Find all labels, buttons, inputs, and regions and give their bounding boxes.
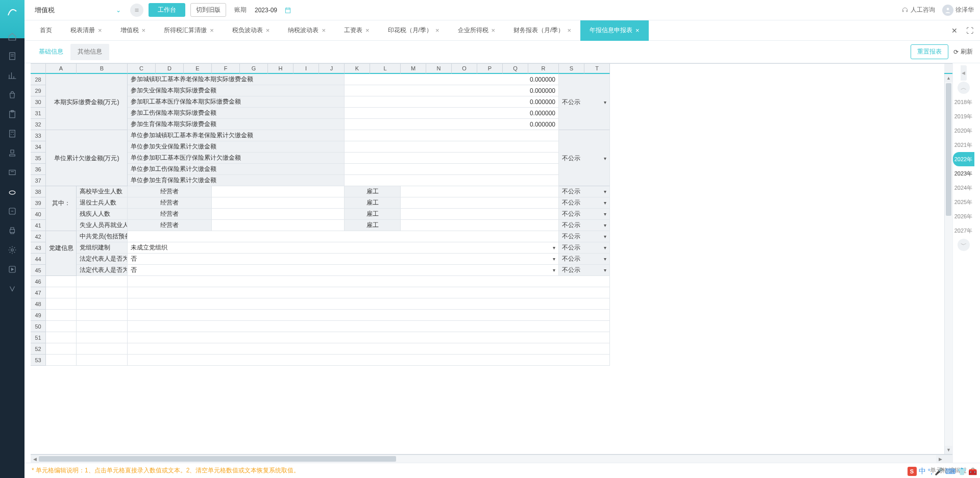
value-cell[interactable] — [128, 231, 559, 242]
nav-print-icon[interactable] — [0, 221, 24, 240]
year-2018年[interactable]: 2018年 — [953, 95, 974, 109]
nav-gear-icon[interactable] — [0, 241, 24, 259]
tab-纳税波动表[interactable]: 纳税波动表× — [279, 20, 335, 41]
tab-expand-button[interactable]: ⛶ — [964, 24, 976, 37]
col-header-L[interactable]: L — [370, 64, 401, 74]
vertical-scrollbar[interactable]: ▲ ▼ — [944, 74, 952, 454]
value-cell[interactable] — [212, 186, 345, 197]
nav-bag-icon[interactable] — [0, 86, 24, 104]
value-cell[interactable] — [401, 197, 559, 209]
publish-cell[interactable]: 不公示 — [559, 220, 610, 231]
cell[interactable] — [46, 298, 77, 310]
value-cell[interactable] — [212, 220, 345, 231]
publish-cell[interactable]: 不公示 — [559, 153, 610, 164]
publish-cell[interactable]: 不公示 — [559, 265, 610, 276]
row-header-49[interactable]: 49 — [31, 310, 46, 321]
col-header-S[interactable]: S — [559, 64, 584, 74]
value-cell[interactable] — [345, 175, 559, 186]
cell[interactable] — [77, 321, 128, 332]
col-header-J[interactable]: J — [319, 64, 345, 74]
row-header-52[interactable]: 52 — [31, 343, 46, 355]
cell[interactable] — [77, 298, 128, 310]
row-header-28[interactable]: 28 — [31, 74, 46, 85]
value-cell[interactable]: 0.000000 — [345, 108, 559, 119]
publish-cell[interactable] — [559, 108, 610, 119]
select-cell[interactable]: 未成立党组织 — [128, 242, 559, 254]
switch-old-button[interactable]: 切到旧版 — [190, 3, 226, 17]
nav-bill-icon[interactable] — [0, 163, 24, 182]
cell[interactable] — [128, 321, 610, 332]
publish-cell[interactable] — [559, 74, 610, 85]
tab-close-icon[interactable]: × — [567, 27, 571, 34]
year-2022年[interactable]: 2022年 — [953, 152, 974, 166]
year-down-button[interactable]: ﹀ — [958, 239, 970, 251]
nav-doc-icon[interactable] — [0, 47, 24, 65]
tab-印花税（月/季）[interactable]: 印花税（月/季）× — [379, 20, 449, 41]
cell[interactable] — [46, 343, 77, 355]
value-cell[interactable] — [345, 153, 559, 164]
tab-工资表[interactable]: 工资表× — [335, 20, 379, 41]
year-2027年[interactable]: 2027年 — [953, 223, 974, 238]
col-header-C[interactable]: C — [128, 64, 156, 74]
publish-cell[interactable] — [559, 119, 610, 130]
year-collapse-handle[interactable]: ◀ — [961, 65, 967, 81]
value-cell[interactable] — [401, 186, 559, 197]
col-header-B[interactable]: B — [77, 64, 128, 74]
nav-stamp-icon[interactable] — [0, 144, 24, 162]
publish-cell[interactable]: 不公示 — [559, 231, 610, 242]
tab-年报信息申报表[interactable]: 年报信息申报表× — [580, 20, 649, 41]
year-2024年[interactable]: 2024年 — [953, 181, 974, 195]
publish-cell[interactable] — [559, 130, 610, 141]
col-header-Q[interactable]: Q — [503, 64, 528, 74]
row-header-48[interactable]: 48 — [31, 298, 46, 310]
row-header-40[interactable]: 40 — [31, 209, 46, 220]
calendar-icon[interactable] — [284, 7, 291, 14]
publish-cell[interactable]: 不公示 — [559, 96, 610, 108]
select-cell[interactable]: 否 — [128, 265, 559, 276]
value-cell[interactable] — [345, 164, 559, 175]
ime-keyboard-icon[interactable]: ⌨ — [945, 467, 955, 475]
col-header-O[interactable]: O — [452, 64, 477, 74]
nav-play-icon[interactable] — [0, 260, 24, 279]
value-cell[interactable] — [401, 209, 559, 220]
col-header-H[interactable]: H — [268, 64, 293, 74]
ime-cn-icon[interactable]: 中 — [919, 467, 926, 476]
select-all-corner[interactable] — [31, 64, 46, 74]
row-header-51[interactable]: 51 — [31, 332, 46, 343]
col-header-N[interactable]: N — [426, 64, 452, 74]
row-header-37[interactable]: 37 — [31, 175, 46, 186]
cell[interactable] — [77, 276, 128, 287]
tab-close-icon[interactable]: × — [635, 27, 640, 34]
row-header-32[interactable]: 32 — [31, 119, 46, 130]
subtab-other[interactable]: 其他信息 — [70, 44, 109, 60]
nav-chart-icon[interactable] — [0, 66, 24, 85]
row-header-36[interactable]: 36 — [31, 164, 46, 175]
cell[interactable] — [128, 355, 610, 366]
col-header-I[interactable]: I — [293, 64, 319, 74]
row-header-31[interactable]: 31 — [31, 108, 46, 119]
value-cell[interactable]: 0.000000 — [345, 119, 559, 130]
tab-close-icon[interactable]: × — [492, 27, 496, 34]
cell[interactable] — [128, 310, 610, 321]
value-cell[interactable]: 0.000000 — [345, 74, 559, 85]
value-cell[interactable]: 0.000000 — [345, 85, 559, 96]
tab-close-icon[interactable]: × — [266, 27, 270, 34]
col-header-F[interactable]: F — [212, 64, 240, 74]
tab-所得税汇算清缴[interactable]: 所得税汇算清缴× — [155, 20, 223, 41]
cell[interactable] — [128, 332, 610, 343]
publish-cell[interactable]: 不公示 — [559, 254, 610, 265]
tab-close-icon[interactable]: × — [142, 27, 146, 34]
nav-active-icon[interactable] — [0, 183, 24, 201]
year-up-button[interactable]: ︿ — [958, 82, 970, 94]
row-header-42[interactable]: 42 — [31, 231, 46, 242]
tab-close-all-button[interactable]: ✕ — [948, 24, 961, 37]
cell[interactable] — [77, 355, 128, 366]
tab-税负波动表[interactable]: 税负波动表× — [223, 20, 279, 41]
col-header-K[interactable]: K — [345, 64, 370, 74]
value-cell[interactable] — [212, 197, 345, 209]
cell[interactable] — [128, 287, 610, 298]
row-header-53[interactable]: 53 — [31, 355, 46, 366]
refresh-button[interactable]: ⟳ 刷新 — [953, 47, 973, 56]
cell[interactable] — [46, 321, 77, 332]
year-2019年[interactable]: 2019年 — [953, 109, 974, 123]
